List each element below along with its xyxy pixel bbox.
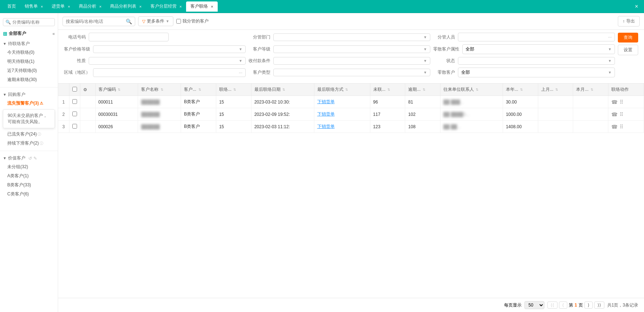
filter-region-select[interactable]: ··· — [93, 68, 246, 77]
cell-checkbox[interactable] — [69, 96, 80, 108]
sidebar-item-tomorrow[interactable]: 明天待联络(1) — [0, 57, 58, 66]
contact-icon[interactable]: ☎ — [611, 124, 617, 130]
page-size-select[interactable]: 50 100 — [524, 301, 544, 309]
tab-sales-close[interactable]: × — [41, 4, 43, 9]
row-checkbox[interactable] — [72, 99, 77, 104]
tab-purchase-close[interactable]: × — [68, 4, 70, 9]
refresh-icon[interactable]: ↺ — [28, 156, 32, 161]
cell-checkbox[interactable] — [69, 121, 80, 133]
filter-cust-tier-select[interactable]: ▼ — [273, 45, 430, 53]
sidebar-item-lost-done[interactable]: 已流失客户(24) ⓘ — [0, 130, 58, 139]
sidebar-item-a-class[interactable]: A类客户(1) — [0, 171, 58, 181]
col-last-method[interactable]: 最后联络方式 ⇅ — [314, 84, 370, 96]
pagination: 每页显示 50 100 ⟨⟨ ⟨ 第 1 页 ⟩ ⟩⟩ 共1页，3条记录 — [58, 298, 644, 312]
row-checkbox[interactable] — [72, 112, 77, 116]
sidebar-item-today[interactable]: 今天待联络(0) — [0, 48, 58, 57]
more-filter-button[interactable]: ▽ 更多条件 ▼ — [138, 16, 173, 26]
more-action-icon[interactable]: ⠿ — [620, 124, 623, 130]
sidebar-group-value-label: 价值客户 — [8, 155, 25, 161]
sidebar-item-b-class[interactable]: B类客户(33) — [0, 181, 58, 190]
tab-customer-tier-close[interactable]: × — [180, 4, 182, 9]
filter-status-select[interactable]: ▼ — [458, 57, 615, 65]
query-button[interactable]: 查询 — [618, 33, 638, 42]
next-page-button[interactable]: ⟩ — [584, 301, 593, 309]
more-action-icon[interactable]: ⠿ — [620, 112, 623, 117]
last-method-link[interactable]: 下销货单 — [317, 112, 335, 117]
edit-icon[interactable]: ✎ — [33, 156, 37, 161]
tab-analysis-list-close[interactable]: × — [139, 4, 141, 9]
sidebar-item-7days[interactable]: 近7天待联络(0) — [0, 66, 58, 75]
first-page-button[interactable]: ⟨⟨ — [547, 301, 558, 309]
search-input[interactable] — [66, 19, 124, 24]
cell-contact: 15 — [216, 121, 251, 133]
cell-checkbox[interactable] — [69, 108, 80, 121]
select-all-checkbox[interactable] — [72, 87, 77, 92]
tab-analysis[interactable]: 商品分析 × — [75, 1, 106, 12]
sidebar-group-lost-title[interactable]: ▼ 回购客户 — [0, 90, 58, 99]
cell-num: 1 — [58, 96, 69, 108]
tab-home[interactable]: 首页 — [3, 1, 20, 12]
sort-icon-code: ⇅ — [118, 88, 121, 92]
col-name[interactable]: 客户名称 ⇅ — [138, 84, 181, 96]
tab-analysis-list[interactable]: 商品分析列表 × — [106, 1, 146, 12]
last-method-link[interactable]: 下销货单 — [317, 99, 335, 104]
more-action-icon[interactable]: ⠿ — [620, 99, 623, 105]
tab-customer-tier[interactable]: 客户分层经营 × — [146, 1, 186, 12]
col-contact[interactable]: 联络... ⇅ — [216, 84, 251, 96]
filter-payment: 收付款条件 ▼ — [249, 57, 430, 65]
sidebar-group-value-title[interactable]: ▼ 价值客户 ↺ ✎ — [0, 154, 58, 162]
col-overdue[interactable]: 逾期... ⇅ — [405, 84, 440, 96]
tab-analysis-close[interactable]: × — [99, 4, 101, 9]
col-settings[interactable]: ⚙ — [80, 84, 95, 96]
sidebar-item-ungroup[interactable]: 未分组(32) — [0, 162, 58, 171]
sidebar-all-customers[interactable]: ⊞ 全部客户 « — [0, 29, 58, 38]
filter-scatter-cust-select[interactable]: 全部 ▼ — [458, 68, 615, 77]
filter-cust-type-select[interactable]: ▼ — [273, 69, 430, 76]
row-checkbox[interactable] — [72, 124, 77, 129]
sidebar-item-overdue-contact[interactable]: 逾期未联络(30) — [0, 75, 58, 84]
filter-payment-select[interactable]: ▼ — [273, 57, 430, 65]
contact-icon[interactable]: ☎ — [611, 112, 617, 117]
filter-dept-select[interactable]: ▼ — [273, 33, 430, 41]
sidebar-collapse-btn[interactable]: « — [52, 31, 55, 36]
last-page-button[interactable]: ⟩⟩ — [594, 301, 604, 309]
contact-icon[interactable]: ☎ — [611, 99, 617, 105]
filter-phone-input[interactable] — [89, 33, 169, 41]
sidebar-item-slip-down[interactable]: 持续下滑客户(2) ⓘ — [0, 139, 58, 148]
filter-price-tier-select[interactable]: ▼ — [93, 45, 246, 53]
col-unit-contact[interactable]: 往来单位联系人 ⇅ — [440, 84, 503, 96]
filter-scatter-prop-select[interactable]: 全部 ▼ — [462, 44, 615, 54]
sidebar-item-lost-pred[interactable]: 流失预警客户(3) ⚠ — [0, 99, 58, 108]
sidebar-search-input[interactable] — [12, 20, 58, 25]
cell-not-contacted: 123 — [370, 121, 405, 133]
filter-person-select[interactable]: ··· — [458, 33, 615, 41]
filter-settings-button[interactable]: 设置 — [618, 45, 638, 55]
last-method-link[interactable]: 下销货单 — [317, 124, 335, 129]
tab-customer-contact[interactable]: 客户联络 × — [186, 1, 217, 12]
tab-purchase[interactable]: 进货单 × — [47, 1, 74, 12]
col-last-month[interactable]: 上月... ⇅ — [538, 84, 573, 96]
col-this-year[interactable]: 本年... ⇅ — [503, 84, 538, 96]
close-all-button[interactable]: × — [632, 3, 641, 10]
sidebar-group-pending-title[interactable]: ▼ 待联络客户 — [0, 40, 58, 48]
export-button[interactable]: ↑ 导出 — [618, 16, 640, 27]
sidebar-search-box[interactable]: 🔍 — [3, 18, 55, 26]
col-not-contacted[interactable]: 未联... ⇅ — [370, 84, 405, 96]
sidebar-item-c-class[interactable]: C类客户(6) — [0, 190, 58, 199]
cell-last-method[interactable]: 下销货单 — [314, 108, 370, 121]
prev-page-button[interactable]: ⟨ — [559, 301, 567, 309]
tab-sales[interactable]: 销售单 × — [20, 1, 47, 12]
my-customers-checkbox[interactable] — [176, 19, 181, 24]
col-code[interactable]: 客户编码 ⇅ — [95, 84, 138, 96]
filter-nature-select[interactable]: ▼ — [89, 57, 246, 65]
action-icons: ☎ ⠿ — [611, 99, 641, 105]
col-last-date[interactable]: 最后联络日期 ⇅ — [251, 84, 314, 96]
cell-last-method[interactable]: 下销货单 — [314, 121, 370, 133]
cell-last-method[interactable]: 下销货单 — [314, 96, 370, 108]
filter-scatter-cust-value: 全部 — [461, 69, 470, 76]
search-box[interactable]: 🔍 — [63, 17, 135, 26]
tab-customer-contact-close[interactable]: × — [211, 4, 213, 9]
my-customers-checkbox-label[interactable]: 我分管的客户 — [176, 18, 209, 24]
col-type[interactable]: 客户... ⇅ — [181, 84, 216, 96]
col-this-month[interactable]: 本月... ⇅ — [573, 84, 608, 96]
